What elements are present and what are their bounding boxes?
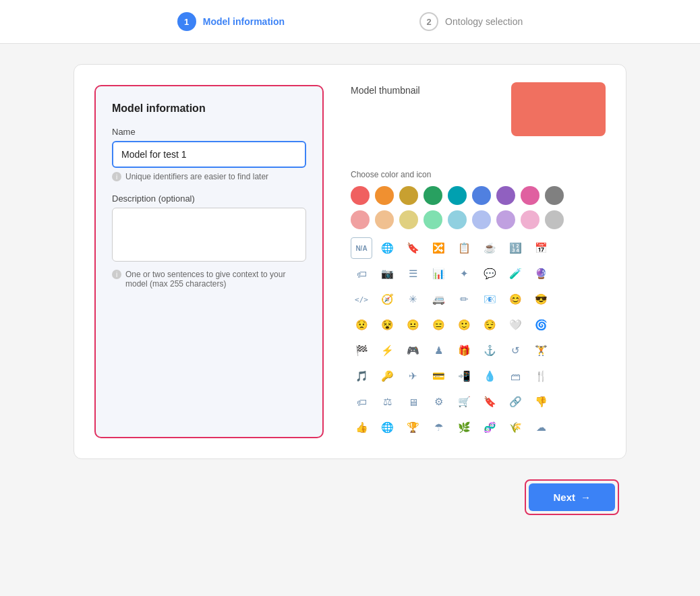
icon-thumbsdown[interactable]: 👎 <box>530 391 552 413</box>
icon-compass[interactable]: 🧭 <box>376 289 398 310</box>
color-light-pink[interactable] <box>521 210 539 229</box>
color-label: Choose color and icon <box>351 170 606 179</box>
icon-plant[interactable]: 🌿 <box>453 417 475 438</box>
icon-dizzy[interactable]: 😵 <box>376 314 398 336</box>
color-row-1 <box>351 186 606 205</box>
color-purple[interactable] <box>496 186 515 205</box>
icon-balance[interactable]: ⚖ <box>376 391 398 413</box>
panel-title: Model information <box>112 102 306 115</box>
icon-bookmark[interactable]: 🔖 <box>402 237 424 259</box>
icon-chat[interactable]: 💬 <box>479 263 500 285</box>
icon-globe[interactable]: 🌐 <box>376 237 398 259</box>
icon-neutral[interactable]: 😐 <box>402 314 424 336</box>
name-input[interactable] <box>112 141 306 168</box>
next-button[interactable]: Next → <box>529 483 615 511</box>
icon-coffee[interactable]: ☕ <box>479 237 500 259</box>
icon-anchor[interactable]: ⚓ <box>479 340 500 361</box>
icon-gift[interactable]: 🎁 <box>453 340 475 361</box>
icon-umbrella[interactable]: ☂ <box>428 417 449 438</box>
name-hint: i Unique identifiers are easier to find … <box>112 172 306 181</box>
icon-mail[interactable]: 📧 <box>479 289 500 310</box>
color-light-purple[interactable] <box>496 210 515 229</box>
icon-crystal[interactable]: 🔮 <box>530 263 552 285</box>
step-1-circle: 1 <box>177 12 196 31</box>
icon-sparkle[interactable]: ✦ <box>453 263 475 285</box>
color-red[interactable] <box>351 186 370 205</box>
icon-cloud[interactable]: ☁ <box>530 417 552 438</box>
color-gold[interactable] <box>399 186 418 205</box>
icon-chess[interactable]: ♟ <box>428 340 449 361</box>
icon-clipboard[interactable]: 📋 <box>453 237 475 259</box>
icon-shuffle[interactable]: 🔀 <box>428 237 449 259</box>
icon-recycle[interactable]: ↺ <box>504 340 526 361</box>
icon-relieved[interactable]: 😌 <box>479 314 500 336</box>
icon-music[interactable]: 🎵 <box>351 365 372 387</box>
icon-thumbsup[interactable]: 👍 <box>351 417 372 438</box>
icon-qr[interactable]: 📲 <box>453 365 475 387</box>
desc-label: Description (optional) <box>112 193 306 204</box>
color-light-blue[interactable] <box>472 210 491 229</box>
icon-sunglasses[interactable]: 😎 <box>530 289 552 310</box>
color-teal[interactable] <box>448 186 467 205</box>
icon-cart[interactable]: 🛒 <box>453 391 475 413</box>
icon-heart[interactable]: 🤍 <box>504 314 526 336</box>
icon-sad[interactable]: 😟 <box>351 314 372 336</box>
model-card: Model information Name i Unique identifi… <box>74 64 626 459</box>
color-green[interactable] <box>424 186 442 205</box>
color-light-teal[interactable] <box>448 210 467 229</box>
desc-info-icon: i <box>112 270 121 279</box>
color-light-red[interactable] <box>351 210 370 229</box>
icon-plane[interactable]: ✈ <box>402 365 424 387</box>
icon-trophy[interactable]: 🏆 <box>402 417 424 438</box>
icon-label[interactable]: 🏷 <box>351 391 372 413</box>
color-light-orange[interactable] <box>375 210 394 229</box>
icon-smile[interactable]: 😊 <box>504 289 526 310</box>
icon-expressionless[interactable]: 😑 <box>428 314 449 336</box>
icon-bolt[interactable]: ⚡ <box>376 340 398 361</box>
icon-wheat[interactable]: 🌾 <box>504 417 526 438</box>
icon-camera[interactable]: 📷 <box>376 263 398 285</box>
icon-flag[interactable]: 🏁 <box>351 340 372 361</box>
icon-monitor[interactable]: 🖥 <box>402 391 424 413</box>
next-arrow-icon: → <box>581 491 591 503</box>
icon-key[interactable]: 🔑 <box>376 365 398 387</box>
icon-droplet[interactable]: 💧 <box>479 365 500 387</box>
color-light-gold[interactable] <box>399 210 418 229</box>
icon-grid: N/A 🌐 🔖 🔀 📋 ☕ 🔢 📅 🏷 📷 ☰ 📊 ✦ 💬 🧪 🔮 </> 🧭 … <box>351 237 606 438</box>
icon-settings[interactable]: ⚙ <box>428 391 449 413</box>
icon-asterisk[interactable]: ✳ <box>402 289 424 310</box>
icon-na[interactable]: N/A <box>351 237 372 259</box>
bottom-bar: Next → <box>0 479 700 535</box>
icon-utensils[interactable]: 🍴 <box>530 365 552 387</box>
icon-gamepad[interactable]: 🎮 <box>402 340 424 361</box>
icon-truck[interactable]: 🚐 <box>428 289 449 310</box>
icon-flask[interactable]: 🧪 <box>504 263 526 285</box>
icon-code[interactable]: </> <box>351 289 372 310</box>
icon-dumbbell[interactable]: 🏋 <box>530 340 552 361</box>
icon-tag[interactable]: 🏷 <box>351 263 372 285</box>
step-1: 1 Model information <box>177 12 285 31</box>
icon-dna[interactable]: 🧬 <box>479 417 500 438</box>
color-orange[interactable] <box>375 186 394 205</box>
icon-credit-card[interactable]: 💳 <box>428 365 449 387</box>
icon-pricetag[interactable]: 🔖 <box>479 391 500 413</box>
color-blue[interactable] <box>472 186 491 205</box>
desc-textarea[interactable] <box>112 208 306 262</box>
icon-link[interactable]: 🔗 <box>504 391 526 413</box>
icon-list[interactable]: ☰ <box>402 263 424 285</box>
icon-translate[interactable]: 🌐 <box>376 417 398 438</box>
icon-calculator[interactable]: 🔢 <box>504 237 526 259</box>
main-content: Model information Name i Unique identifi… <box>0 44 700 479</box>
color-pink[interactable] <box>521 186 539 205</box>
icon-chart[interactable]: 📊 <box>428 263 449 285</box>
color-gray[interactable] <box>545 186 564 205</box>
color-light-gray[interactable] <box>545 210 564 229</box>
icon-pencil[interactable]: ✏ <box>453 289 475 310</box>
info-icon: i <box>112 172 121 181</box>
icon-slight-smile[interactable]: 🙂 <box>453 314 475 336</box>
color-light-green[interactable] <box>424 210 442 229</box>
icon-fingerprint[interactable]: 🌀 <box>530 314 552 336</box>
icon-calendar[interactable]: 📅 <box>530 237 552 259</box>
model-info-panel: Model information Name i Unique identifi… <box>94 85 324 438</box>
icon-server[interactable]: 🗃 <box>504 365 526 387</box>
